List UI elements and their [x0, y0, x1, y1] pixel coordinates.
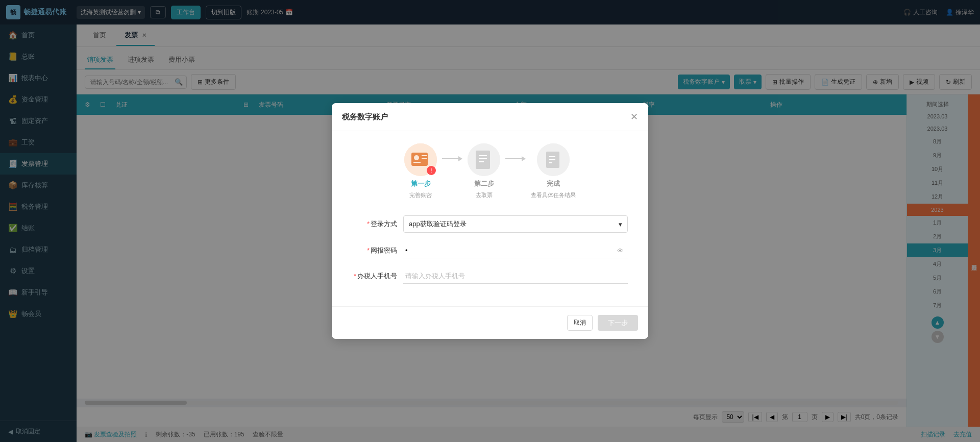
login-method-value: app获取验证码登录	[409, 219, 467, 229]
password-label: 网报密码	[352, 246, 403, 255]
steps-container: ! 第一步 完善账密	[352, 143, 628, 199]
step-2: 第二步 去取票	[468, 143, 500, 199]
step-3-icon	[537, 143, 570, 176]
step-2-desc: 去取票	[476, 191, 493, 199]
eye-icon[interactable]: 👁	[617, 247, 624, 255]
phone-control	[403, 268, 628, 284]
svg-marker-14	[522, 156, 526, 161]
login-method-select[interactable]: app获取验证码登录 ▾	[403, 215, 628, 233]
step-1-desc: 完善账密	[409, 191, 432, 199]
svg-marker-7	[458, 156, 462, 161]
phone-input[interactable]	[403, 268, 628, 284]
step-1-badge: !	[427, 166, 436, 175]
step-1-icon: !	[404, 143, 437, 176]
modal-footer: 取消 下一步	[332, 306, 648, 339]
login-method-control: app获取验证码登录 ▾	[403, 215, 628, 233]
modal-title: 税务数字账户	[342, 112, 388, 122]
login-method-row: 登录方式 app获取验证码登录 ▾	[352, 215, 628, 233]
modal-overlay: 税务数字账户 ✕	[0, 0, 980, 442]
step-1: ! 第一步 完善账密	[404, 143, 437, 199]
modal-body: ! 第一步 完善账密	[332, 131, 648, 306]
step-2-label: 第二步	[474, 179, 494, 188]
step-1-label: 第一步	[411, 179, 431, 188]
phone-label: 办税人手机号	[352, 272, 403, 281]
login-method-label: 登录方式	[352, 219, 403, 229]
password-input[interactable]	[403, 243, 628, 258]
exclamation-icon: !	[430, 167, 432, 174]
step-3-label: 完成	[547, 179, 560, 188]
modal-header: 税务数字账户 ✕	[332, 103, 648, 131]
chevron-down-icon: ▾	[619, 220, 622, 228]
modal-close-button[interactable]: ✕	[630, 111, 638, 122]
step-3: 完成 查看具体任务结果	[531, 143, 576, 199]
tax-digital-account-modal: 税务数字账户 ✕	[332, 103, 648, 339]
arrow-1	[437, 143, 468, 164]
cancel-button[interactable]: 取消	[567, 315, 593, 331]
arrow-2	[500, 143, 531, 164]
password-row: 网报密码 👁	[352, 243, 628, 258]
next-button[interactable]: 下一步	[598, 315, 638, 331]
step-3-desc: 查看具体任务结果	[531, 191, 576, 199]
svg-rect-9	[476, 151, 490, 169]
svg-point-2	[414, 155, 419, 160]
step-2-icon	[468, 143, 500, 176]
phone-row: 办税人手机号	[352, 268, 628, 284]
password-control: 👁	[403, 243, 628, 258]
